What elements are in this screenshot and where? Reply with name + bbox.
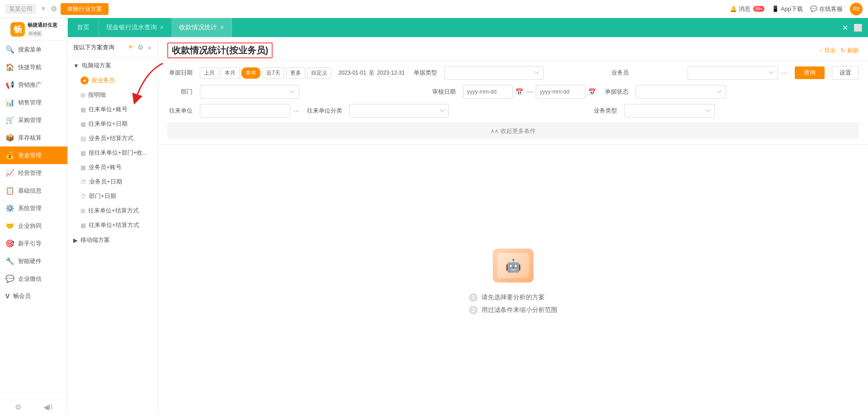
sidebar-item-wechat[interactable]: 💬 企业微信 [0, 270, 67, 288]
step-1-text: 请先选择要分析的方案 [481, 293, 545, 302]
sidebar-item-enterprise[interactable]: 🤝 企业协同 [0, 217, 67, 235]
empty-step-2: 2 用过滤条件来缩小分析范围 [469, 306, 557, 315]
tab-home[interactable]: 首页 [68, 18, 99, 37]
sidebar-item-marketing[interactable]: 📢 营销推广 [0, 76, 67, 94]
tab-bank-flow-close[interactable]: ✕ [160, 24, 164, 31]
salesman-more-icon[interactable]: ··· [781, 68, 788, 78]
scheme-label-partner-account: 往来单位+账号 [89, 105, 127, 113]
empty-box: 🤖 [493, 249, 533, 283]
top-breadcrumb: 某某公司 [5, 4, 36, 14]
scheme-item-by-salesman[interactable]: ● 按业务员 [68, 73, 158, 88]
mobile-scheme-group: ▶ 移动端方案 [68, 232, 158, 248]
scheme-item-salesman-account[interactable]: ▦ 业务员+账号 [68, 160, 158, 174]
date-btn-last-month[interactable]: 上月 [200, 67, 219, 79]
salesman-select[interactable] [688, 66, 778, 80]
tab-bar: 首页 现金银行流水查询 ✕ 收款情况统计 ✕ ✕ ⬜ [68, 18, 868, 37]
sidebar-label-operations: 经营管理 [18, 169, 42, 177]
scheme-item-partner-settlement1[interactable]: ⊞ 往来单位+结算方式 [68, 203, 158, 218]
biz-type-select[interactable] [624, 104, 715, 118]
tab-collection-stats-close[interactable]: ✕ [220, 24, 224, 31]
partner-input[interactable] [200, 104, 290, 118]
scheme-item-partner-account[interactable]: ▦ 往来单位+账号 [68, 102, 158, 117]
sidebar-item-guide[interactable]: 🎯 新手引导 [0, 235, 67, 252]
online-service[interactable]: 💬 在线客服 [810, 5, 843, 13]
date-btn-7days[interactable]: 近7天 [262, 67, 284, 79]
export-button[interactable]: ↑ 导出 [820, 47, 836, 55]
app-download[interactable]: 📱 App下载 [772, 5, 803, 13]
notifications[interactable]: 🔔 消息 99+ [730, 5, 764, 13]
doc-status-select[interactable] [636, 85, 726, 99]
filter-settings-button[interactable]: 设置 [832, 66, 859, 80]
sidebar-item-system[interactable]: ⚙️ 系统管理 [0, 199, 67, 217]
sidebar-item-smart-hw[interactable]: 🔧 智能硬件 [0, 252, 67, 270]
desktop-group-label: 电脑端方案 [82, 61, 111, 70]
sidebar: 畅 畅捷通好生意 标准版 🔍 搜索菜单 🏠 快捷导航 📢 营销推广 [0, 18, 68, 415]
tab-maximize-btn[interactable]: ⬜ [854, 24, 863, 32]
partner-more-icon[interactable]: ··· [293, 106, 300, 116]
audit-date-start-input[interactable] [463, 85, 513, 99]
sidebar-label-basic: 基础信息 [18, 187, 42, 195]
tab-close-window-btn[interactable]: ✕ [842, 24, 848, 32]
scheme-item-partner-date[interactable]: ▦ 往来单位+日期 [68, 117, 158, 131]
sidebar-item-operations[interactable]: 📈 经营管理 [0, 164, 67, 182]
scheme-item-dept-date[interactable]: ⏱ 部门+日期 [68, 189, 158, 203]
sidebar-item-quick-nav[interactable]: 🏠 快捷导航 [0, 58, 67, 76]
empty-steps: 1 请先选择要分析的方案 2 用过滤条件来缩小分析范围 [469, 293, 557, 315]
tab-collection-stats[interactable]: 收款情况统计 ✕ [172, 18, 232, 37]
date-btn-this-year[interactable]: 本年 [241, 67, 260, 79]
top-settings-icon[interactable]: ⚙ [51, 5, 57, 13]
sidebar-item-basic[interactable]: 📋 基础信息 [0, 182, 67, 199]
scheme-item-salesman-date[interactable]: ⏱ 业务员+日期 [68, 174, 158, 189]
doc-status-select-wrapper [636, 85, 859, 99]
empty-illustration: 🤖 [488, 245, 538, 286]
partner-date-icon: ▦ [80, 121, 86, 127]
desktop-group-title[interactable]: ▼ 电脑端方案 [68, 58, 158, 73]
scheme-item-salesman-settlement[interactable]: ▤ 业务员+结算方式 [68, 131, 158, 146]
date-btn-this-month[interactable]: 本月 [221, 67, 240, 79]
audit-date-end-input[interactable] [536, 85, 585, 99]
scheme-settings-btn[interactable]: ⚙ [137, 42, 144, 53]
scheme-item-by-partner-dept[interactable]: ▦ 按往来单位+部门+收... [68, 146, 158, 160]
panel-collapse-btn[interactable]: « [147, 42, 152, 53]
dept-select[interactable] [200, 85, 299, 99]
sidebar-collapse-btn[interactable]: ◀II [43, 403, 53, 411]
doc-type-select[interactable] [444, 66, 544, 80]
sidebar-item-inventory[interactable]: 📦 库存核算 [0, 129, 67, 146]
sidebar-settings-btn[interactable]: ⚙ [15, 403, 21, 411]
cal-icon-end[interactable]: 📅 [588, 88, 596, 95]
mobile-group-title[interactable]: ▶ 移动端方案 [68, 232, 158, 248]
page-header: 收款情况统计(按业务员) ↑ 导出 ↻ 刷新 [158, 37, 868, 61]
trial-button[interactable]: 体验行业方案 [61, 3, 108, 15]
sidebar-logo: 畅 畅捷通好生意 标准版 [0, 18, 67, 41]
sidebar-item-vip[interactable]: V 畅会员 [0, 288, 67, 305]
user-avatar[interactable]: Rit [850, 3, 863, 15]
scheme-label-by-detail: 按明细 [88, 91, 106, 99]
cal-icon-start[interactable]: 📅 [515, 88, 523, 95]
partner-category-select-wrapper [349, 104, 585, 118]
group-arrow: ▼ [73, 62, 79, 69]
sidebar-item-sales[interactable]: 📊 销售管理 [0, 94, 67, 111]
service-icon: 💬 [810, 5, 817, 12]
sidebar-item-finance[interactable]: 💰 资金管理 [0, 146, 67, 164]
add-scheme-btn[interactable]: + [127, 42, 134, 53]
refresh-button[interactable]: ↻ 刷新 [840, 47, 859, 55]
date-btn-more[interactable]: 更多 [286, 67, 305, 79]
sidebar-label-inventory: 库存核算 [18, 134, 42, 142]
scheme-item-by-detail[interactable]: ⊞ 按明细 [68, 88, 158, 102]
filter-area: 单据日期 上月 本月 本年 近7天 更多 自定义 2023-01-01 [158, 61, 868, 145]
empty-state: 🤖 1 请先选择要分析的方案 2 [158, 145, 868, 415]
filter-collapse-bar[interactable]: ∧∧ 收起更多条件 [167, 123, 859, 139]
filter-row-2: 部门 审核日期 📅 — [167, 85, 859, 99]
query-button[interactable]: 查询 [795, 66, 825, 79]
sidebar-item-purchase[interactable]: 🛒 采购管理 [0, 111, 67, 129]
biz-type-label: 业务类型 [592, 107, 617, 115]
sidebar-item-search[interactable]: 🔍 搜索菜单 [0, 41, 67, 58]
salesman-account-icon: ▦ [80, 164, 86, 171]
app-download-label: App下载 [781, 5, 803, 13]
doc-type-label: 单据类型 [412, 69, 437, 77]
tab-bank-flow[interactable]: 现金银行流水查询 ✕ [99, 18, 172, 37]
date-btn-custom[interactable]: 自定义 [307, 67, 331, 79]
scheme-item-partner-settlement2[interactable]: ▦ 往来单位+结算方式 [68, 218, 158, 232]
partner-category-select[interactable] [349, 104, 449, 118]
desktop-scheme-group: ▼ 电脑端方案 ● 按业务员 ⊞ 按明细 ▦ [68, 58, 158, 232]
